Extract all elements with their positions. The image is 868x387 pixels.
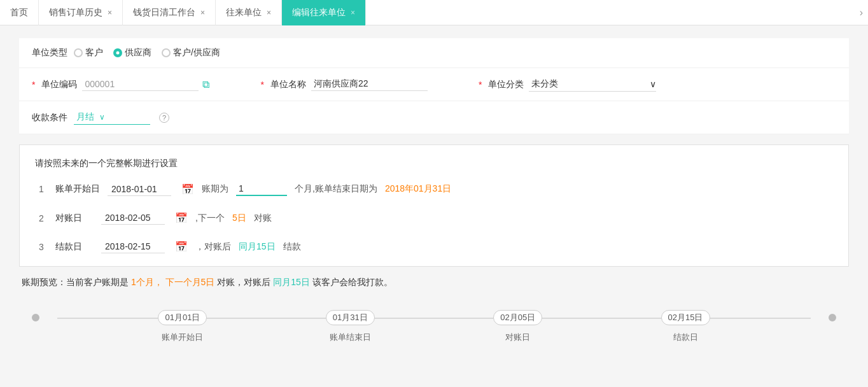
tab-contact-unit-close[interactable]: × [267, 8, 271, 17]
tab-home[interactable]: 首页 [0, 0, 39, 25]
period-row-1: 1 账单开始日 📅 账期为 个月,账单结束日期为 2018年01月31日 [35, 182, 833, 196]
period-suffix-after-1: 个月,账单结束日期为 [295, 183, 377, 195]
tab-bar-expand[interactable]: › [860, 7, 868, 18]
unit-code-copy-icon[interactable]: ⧉ [202, 79, 209, 90]
radio-both-label: 客户/供应商 [173, 47, 220, 59]
period-day-highlight-3: 同月15日 [239, 241, 276, 253]
unit-classify-label: 单位分类 [488, 79, 524, 90]
preview-reconcile-day: 下一个月5日 [165, 277, 215, 287]
payment-condition-help-icon[interactable]: ? [159, 113, 169, 123]
unit-type-label: 单位类型 [32, 47, 67, 59]
unit-name-required: * [260, 80, 263, 90]
tab-sales-order-label: 销售订单历史 [49, 7, 102, 18]
tab-contact-unit-label: 往来单位 [226, 7, 262, 18]
timeline-badge-3: 02月05日 [493, 310, 542, 325]
unit-code-label: 单位编码 [41, 79, 77, 90]
timeline-badge-1: 01月01日 [158, 310, 207, 325]
timeline-node-4: 02月15日 结款日 [661, 310, 710, 343]
preview-payment-day: 同月15日 [273, 277, 310, 287]
timeline-badge-4: 02月15日 [661, 310, 710, 325]
period-title: 请按照未来的一个完整帐期进行设置 [35, 158, 833, 169]
radio-both[interactable]: 客户/供应商 [162, 47, 220, 59]
unit-classify-value: 未分类 [529, 77, 650, 91]
period-date-1[interactable] [108, 183, 171, 196]
period-prefix-2: ,下一个 [195, 213, 225, 224]
period-label-1: 账单开始日 [55, 183, 100, 195]
unit-classify-select[interactable]: 未分类 ∨ [529, 77, 656, 92]
unit-code-required: * [32, 80, 35, 90]
period-suffix-before-1: 账期为 [202, 183, 228, 195]
period-num-3: 3 [35, 242, 48, 252]
unit-classify-group: * 单位分类 未分类 ∨ [479, 77, 656, 92]
unit-name-input[interactable] [311, 78, 428, 91]
preview-section: 账期预览：当前客户账期是 1个月， 下一个月5日 对账，对账后 同月15日 该客… [19, 277, 849, 375]
timeline-badge-2: 01月31日 [326, 310, 375, 325]
unit-classify-required: * [479, 80, 482, 90]
unit-info-row: * 单位编码 ⧉ * 单位名称 * 单位分类 未分类 ∨ [19, 68, 849, 101]
main-content: 单位类型 客户 供应商 客户/供应商 * 单位编码 ⧉ [0, 25, 868, 387]
timeline-label-2: 账单结束日 [330, 332, 371, 343]
radio-supplier-circle [113, 48, 122, 57]
period-num-2: 2 [35, 213, 48, 223]
timeline-label-1: 账单开始日 [162, 332, 203, 343]
period-row-3: 3 结款日 📅 ，对账后 同月15日 结款 [35, 240, 833, 253]
timeline-end-node [829, 310, 836, 343]
tab-sales-order[interactable]: 销售订单历史 × [39, 0, 123, 25]
calendar-icon-3[interactable]: 📅 [175, 241, 188, 253]
period-date-2[interactable] [101, 211, 165, 225]
calendar-icon-1[interactable]: 📅 [181, 183, 194, 195]
unit-code-input-wrapper: ⧉ [82, 78, 209, 91]
period-suffix-3: 结款 [283, 241, 301, 253]
period-prefix-3: ，对账后 [195, 241, 231, 253]
period-day-highlight-2: 5日 [232, 213, 246, 224]
unit-name-group: * 单位名称 [260, 78, 427, 91]
timeline-end-dot [829, 314, 836, 321]
radio-supplier[interactable]: 供应商 [113, 47, 151, 59]
timeline-node-1: 01月01日 账单开始日 [158, 310, 207, 343]
radio-customer[interactable]: 客户 [74, 47, 103, 59]
unit-code-input[interactable] [82, 78, 199, 91]
timeline-node-2: 01月31日 账单结束日 [326, 310, 375, 343]
tab-cash-work-close[interactable]: × [200, 8, 205, 17]
period-num-1: 1 [35, 184, 48, 194]
preview-label: 账期预览：当前客户账期是 [22, 277, 129, 287]
radio-customer-label: 客户 [85, 47, 103, 59]
tab-contact-unit[interactable]: 往来单位 × [216, 0, 282, 25]
period-date-3[interactable] [101, 240, 165, 253]
tab-bar: 首页 销售订单历史 × 钱货日清工作台 × 往来单位 × 编辑往来单位 × › [0, 0, 868, 25]
radio-supplier-label: 供应商 [125, 47, 151, 59]
period-box: 请按照未来的一个完整帐期进行设置 1 账单开始日 📅 账期为 个月,账单结束日期… [19, 144, 849, 267]
calendar-icon-2[interactable]: 📅 [175, 212, 188, 224]
period-row-2: 2 对账日 📅 ,下一个 5日 对账 [35, 211, 833, 225]
timeline-node-3: 02月05日 对账日 [493, 310, 542, 343]
unit-name-label: 单位名称 [270, 79, 306, 90]
period-end-date-highlight: 2018年01月31日 [385, 183, 451, 195]
preview-end-text: 该客户会给我打款。 [312, 277, 393, 287]
period-label-3: 结款日 [55, 241, 94, 253]
timeline-start-node [32, 310, 39, 343]
timeline-label-4: 结款日 [673, 332, 698, 343]
radio-customer-circle [74, 48, 83, 57]
period-label-2: 对账日 [55, 213, 94, 224]
radio-group: 客户 供应商 客户/供应商 [74, 47, 220, 59]
timeline-nodes: 01月01日 账单开始日 01月31日 账单结束日 02月05日 对账日 02月… [32, 310, 836, 343]
tab-home-label: 首页 [10, 7, 28, 18]
payment-condition-label: 收款条件 [32, 112, 67, 123]
unit-code-group: * 单位编码 ⧉ [32, 78, 209, 91]
tab-cash-work[interactable]: 钱货日清工作台 × [123, 0, 216, 25]
timeline-start-dot [32, 314, 39, 321]
period-suffix-2: 对账 [254, 213, 272, 224]
timeline: 01月01日 账单开始日 01月31日 账单结束日 02月05日 对账日 02月… [19, 304, 849, 362]
payment-condition-row: 收款条件 月结 ∨ ? [19, 101, 849, 134]
preview-months: 1个月， [131, 277, 163, 287]
preview-text: 账期预览：当前客户账期是 1个月， 下一个月5日 对账，对账后 同月15日 该客… [19, 277, 849, 288]
unit-classify-arrow-icon: ∨ [650, 79, 656, 89]
tab-edit-unit[interactable]: 编辑往来单位 × [282, 0, 366, 25]
tab-edit-unit-close[interactable]: × [351, 8, 355, 17]
payment-condition-select[interactable]: 月结 ∨ [74, 110, 150, 125]
period-months-input[interactable] [236, 182, 287, 196]
tab-sales-order-close[interactable]: × [108, 8, 112, 17]
tab-edit-unit-label: 编辑往来单位 [292, 7, 346, 18]
radio-both-circle [162, 48, 171, 57]
payment-condition-arrow-icon: ∨ [99, 113, 105, 122]
